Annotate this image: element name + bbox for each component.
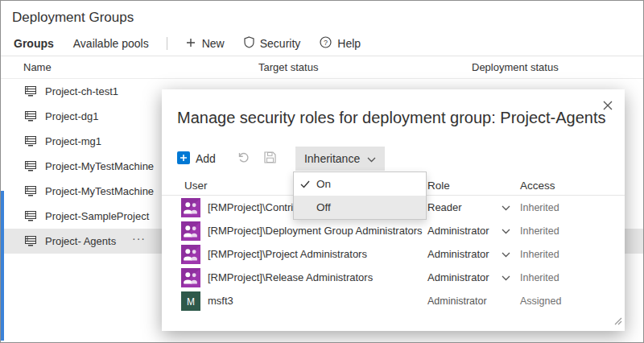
table-row: [RMProject]\Project Administrators Admin… <box>162 242 625 266</box>
role-value: Administrator <box>427 295 487 307</box>
user-cell: [RMProject]\Release Administrators <box>181 268 427 287</box>
help-button-label: Help <box>337 37 361 50</box>
group-avatar <box>181 245 200 264</box>
role-value-static: Administrator <box>427 295 520 307</box>
deployment-machine-icon <box>25 186 36 196</box>
deployment-machine-icon <box>25 136 36 147</box>
user-cell: M msft3 <box>181 291 427 311</box>
role-value: Administrator <box>427 271 489 283</box>
save-button[interactable] <box>264 151 276 167</box>
menu-item-on-label: On <box>316 178 331 190</box>
new-button-label: New <box>202 37 225 50</box>
role-value: Reader <box>427 201 462 213</box>
deployment-machine-icon <box>25 236 36 246</box>
chevron-down-icon <box>502 271 510 283</box>
column-name: Name <box>1 61 258 73</box>
save-icon <box>264 151 276 167</box>
user-cell: [RMProject]\Project Administrators <box>181 245 427 264</box>
security-button[interactable]: Security <box>234 31 311 56</box>
menu-item-on[interactable]: On <box>294 172 426 196</box>
tab-available-pools-label: Available pools <box>73 37 149 50</box>
role-dropdown[interactable]: Administrator <box>427 248 520 260</box>
menu-item-off-label: Off <box>316 201 331 213</box>
chevron-down-icon <box>502 201 510 213</box>
command-bar: Groups Available pools New Security ? He… <box>1 31 643 56</box>
chevron-down-icon <box>502 225 510 237</box>
deployment-machine-icon <box>25 161 36 172</box>
new-button[interactable]: New <box>175 31 234 56</box>
access-value: Assigned <box>520 295 625 307</box>
access-value: Inherited <box>520 249 625 260</box>
more-options-button[interactable]: ··· <box>132 232 146 245</box>
column-access: Access <box>520 180 625 192</box>
table-row: [RMProject]\Release Administrators Admin… <box>162 266 625 289</box>
add-icon <box>177 151 190 167</box>
help-icon: ? <box>320 36 332 51</box>
inheritance-dropdown-button[interactable]: Inheritance <box>295 147 385 171</box>
group-avatar <box>181 221 200 241</box>
group-name: Project-ch-test1 <box>45 85 118 97</box>
page-title: Deployment Groups <box>1 1 643 31</box>
deployment-machine-icon <box>25 111 36 122</box>
group-avatar <box>181 198 200 217</box>
user-cell: [RMProject]\Deployment Group Administrat… <box>181 221 427 241</box>
group-name: Project-dg1 <box>45 110 98 122</box>
menu-item-off[interactable]: Off <box>294 196 426 219</box>
deployment-machine-icon <box>25 211 36 221</box>
tab-groups[interactable]: Groups <box>4 31 64 56</box>
access-value: Inherited <box>520 202 625 213</box>
security-button-label: Security <box>260 37 301 50</box>
add-button[interactable]: Add <box>177 151 216 167</box>
chevron-down-icon <box>367 152 376 165</box>
role-dropdown[interactable]: Administrator <box>427 271 520 283</box>
resize-handle[interactable] <box>613 314 622 329</box>
vertical-scrollbar[interactable] <box>1 191 4 341</box>
user-name: [RMProject]\Release Administrators <box>208 271 373 283</box>
user-avatar: M <box>181 291 200 311</box>
table-row: M msft3 Administrator Assigned <box>162 289 625 312</box>
help-button[interactable]: ? Help <box>310 31 370 56</box>
group-avatar <box>181 268 200 287</box>
access-value: Inherited <box>520 225 625 237</box>
toolbar-divider <box>167 37 167 50</box>
svg-text:M: M <box>187 295 195 307</box>
group-name: Project-SampleProject <box>45 210 149 222</box>
add-button-label: Add <box>196 152 216 165</box>
dialog-title: Manage security roles for deployment gro… <box>177 109 592 127</box>
column-target-status: Target status <box>258 61 472 73</box>
role-value: Administrator <box>427 225 489 237</box>
table-row: [RMProject]\Deployment Group Administrat… <box>162 219 625 242</box>
chevron-down-icon <box>502 248 510 260</box>
check-icon <box>294 180 316 188</box>
inheritance-button-label: Inheritance <box>304 152 360 165</box>
dialog-toolbar: Add Inheritance <box>177 147 385 171</box>
group-name: Project- Agents <box>45 235 116 247</box>
user-name: [RMProject]\Project Administrators <box>208 248 367 260</box>
column-role: Role <box>427 180 520 192</box>
group-name: Project-MyTestMachine <box>45 185 154 197</box>
tab-available-pools[interactable]: Available pools <box>64 31 159 56</box>
security-roles-dialog: Manage security roles for deployment gro… <box>162 89 625 331</box>
role-dropdown[interactable]: Reader <box>427 201 520 213</box>
column-deployment-status: Deployment status <box>472 61 643 73</box>
shield-icon <box>244 36 254 51</box>
group-name: Project-MyTestMachine <box>45 160 154 172</box>
role-value: Administrator <box>427 248 489 260</box>
deployment-machine-icon <box>25 86 36 97</box>
undo-icon <box>237 151 250 167</box>
role-dropdown[interactable]: Administrator <box>427 225 520 237</box>
plus-icon <box>185 37 196 51</box>
user-name: msft3 <box>208 295 233 307</box>
access-value: Inherited <box>520 272 625 283</box>
inheritance-menu: On Off <box>293 172 427 220</box>
deployment-groups-page: Deployment Groups Groups Available pools… <box>0 0 644 343</box>
svg-text:?: ? <box>324 39 328 47</box>
user-name: [RMProject]\Deployment Group Administrat… <box>208 225 423 237</box>
tab-groups-label: Groups <box>14 37 54 50</box>
grid-header: Name Target status Deployment status <box>1 56 643 79</box>
undo-button[interactable] <box>237 151 250 167</box>
group-name: Project-mg1 <box>45 135 101 147</box>
